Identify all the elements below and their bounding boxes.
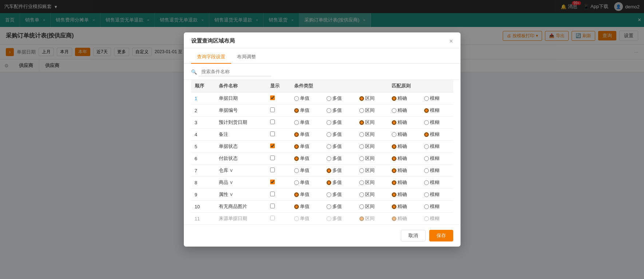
tab-query-fields-label: 查询字段设置 [197, 54, 225, 59]
search-icon: 🔍 [191, 69, 197, 72]
modal-title: 设置查询区域布局 [191, 38, 235, 44]
tab-layout-adjust[interactable]: 布局调整 [231, 51, 262, 64]
search-area: 🔍 [184, 64, 461, 72]
modal-overlay: 设置查询区域布局 × 查询字段设置 布局调整 🔍 顺序 条件名称 [0, 0, 644, 72]
modal-close-button[interactable]: × [449, 38, 453, 44]
modal-header: 设置查询区域布局 × [184, 32, 461, 48]
modal-tabs: 查询字段设置 布局调整 [184, 51, 461, 64]
search-input[interactable] [198, 67, 271, 72]
tab-layout-adjust-label: 布局调整 [237, 54, 256, 59]
tab-query-fields[interactable]: 查询字段设置 [191, 51, 231, 64]
settings-modal: 设置查询区域布局 × 查询字段设置 布局调整 🔍 顺序 条件名称 [184, 32, 461, 72]
